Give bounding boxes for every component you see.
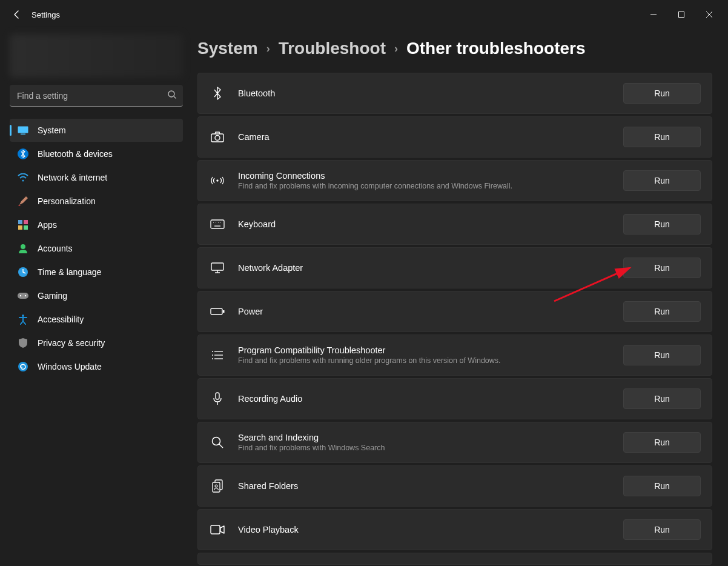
svg-rect-10 [18, 225, 22, 230]
troubleshooter-desc: Find and fix problems with incoming comp… [238, 182, 623, 190]
paintbrush-icon [17, 195, 29, 207]
troubleshooter-list: Bluetooth Run Camera Run Incoming Connec… [197, 73, 712, 565]
troubleshooter-title: Network Adapter [238, 263, 623, 273]
svg-line-42 [219, 444, 223, 448]
sidebar-item-accounts[interactable]: Accounts [10, 237, 183, 260]
sidebar-item-network[interactable]: Network & internet [10, 166, 183, 189]
troubleshooter-row-compat[interactable]: Program Compatibility Troubleshooter Fin… [197, 335, 712, 376]
svg-point-15 [20, 295, 21, 296]
troubleshooter-row-video-playback[interactable]: Video Playback Run [197, 509, 712, 550]
update-icon [17, 361, 29, 373]
run-button[interactable]: Run [623, 83, 701, 104]
sidebar-item-windows-update[interactable]: Windows Update [10, 355, 183, 378]
troubleshooter-title: Power [238, 307, 623, 316]
search-input[interactable] [10, 85, 183, 107]
search-icon [209, 434, 226, 451]
run-button[interactable]: Run [623, 214, 701, 235]
troubleshooter-row-partial[interactable] [197, 553, 712, 565]
svg-point-16 [25, 295, 26, 296]
troubleshooter-desc: Find and fix problems with running older… [238, 356, 623, 365]
sidebar-item-label: Accounts [38, 244, 73, 253]
sidebar-item-label: Apps [38, 220, 57, 230]
sidebar-item-apps[interactable]: Apps [10, 213, 183, 236]
run-button[interactable]: Run [623, 345, 701, 365]
svg-point-7 [22, 180, 24, 182]
sidebar-item-time-language[interactable]: Time & language [10, 261, 183, 284]
run-button[interactable]: Run [623, 170, 701, 191]
back-button[interactable] [5, 2, 29, 27]
sidebar-item-gaming[interactable]: Gaming [10, 284, 183, 307]
search-icon [167, 90, 177, 102]
troubleshooter-row-bluetooth[interactable]: Bluetooth Run [197, 73, 712, 114]
run-button[interactable]: Run [623, 388, 701, 409]
sidebar-item-label: Bluetooth & devices [38, 149, 113, 159]
run-button[interactable]: Run [623, 258, 701, 278]
shield-icon [17, 337, 29, 349]
wifi-icon [17, 171, 29, 184]
video-icon [209, 521, 226, 538]
troubleshooter-title: Keyboard [238, 219, 623, 229]
svg-point-18 [18, 362, 28, 371]
svg-point-38 [212, 358, 213, 359]
sidebar: System Bluetooth & devices Network & int… [0, 29, 188, 566]
signal-icon [209, 172, 226, 189]
sidebar-item-accessibility[interactable]: Accessibility [10, 308, 183, 331]
bluetooth-icon [17, 148, 29, 160]
svg-point-21 [216, 179, 218, 181]
troubleshooter-row-camera[interactable]: Camera Run [197, 116, 712, 158]
profile-block[interactable] [10, 34, 183, 78]
accessibility-icon [17, 313, 29, 325]
sidebar-item-system[interactable]: System [10, 119, 183, 142]
run-button[interactable]: Run [623, 519, 701, 540]
monitor-icon [209, 259, 226, 276]
window-controls [640, 5, 723, 24]
troubleshooter-row-shared-folders[interactable]: Shared Folders Run [197, 465, 712, 507]
sidebar-item-bluetooth[interactable]: Bluetooth & devices [10, 142, 183, 165]
svg-rect-9 [24, 220, 28, 224]
svg-point-36 [212, 351, 213, 352]
person-icon [17, 242, 29, 255]
clock-icon [17, 266, 29, 278]
svg-point-2 [168, 91, 174, 97]
window-title: Settings [31, 10, 60, 19]
run-button[interactable]: Run [623, 476, 701, 496]
svg-point-12 [21, 244, 25, 249]
gamepad-icon [17, 290, 29, 302]
sidebar-item-personalization[interactable]: Personalization [10, 190, 183, 213]
sidebar-item-label: Gaming [38, 291, 67, 301]
breadcrumb-system[interactable]: System [197, 39, 258, 58]
sidebar-item-label: Accessibility [38, 315, 84, 324]
sidebar-item-privacy[interactable]: Privacy & security [10, 331, 183, 355]
troubleshooter-row-network-adapter[interactable]: Network Adapter Run [197, 247, 712, 288]
minimize-button[interactable] [640, 5, 667, 24]
sidebar-item-label: Time & language [38, 267, 101, 277]
list-icon [209, 347, 226, 364]
svg-rect-4 [18, 127, 28, 133]
chevron-right-icon: › [394, 42, 398, 55]
search-box[interactable] [10, 85, 183, 107]
title-bar: Settings [0, 0, 728, 29]
main-content: System › Troubleshoot › Other troublesho… [188, 29, 728, 566]
maximize-button[interactable] [667, 5, 695, 24]
troubleshooter-row-search[interactable]: Search and Indexing Find and fix problem… [197, 422, 712, 463]
troubleshooter-row-keyboard[interactable]: Keyboard Run [197, 204, 712, 245]
svg-rect-22 [211, 220, 224, 228]
troubleshooter-title: Camera [238, 132, 623, 142]
svg-rect-39 [216, 393, 219, 399]
troubleshooter-row-power[interactable]: Power Run [197, 291, 712, 332]
troubleshooter-row-recording-audio[interactable]: Recording Audio Run [197, 378, 712, 419]
run-button[interactable]: Run [623, 127, 701, 147]
svg-rect-11 [24, 225, 28, 230]
svg-point-17 [22, 315, 24, 317]
breadcrumb: System › Troubleshoot › Other troublesho… [197, 39, 712, 58]
troubleshooter-row-incoming[interactable]: Incoming Connections Find and fix proble… [197, 160, 712, 201]
svg-point-37 [212, 355, 213, 356]
close-button[interactable] [695, 5, 723, 24]
camera-icon [209, 128, 226, 145]
run-button[interactable]: Run [623, 432, 701, 453]
apps-icon [17, 219, 29, 231]
breadcrumb-troubleshoot[interactable]: Troubleshoot [279, 39, 386, 58]
sidebar-item-label: Network & internet [38, 173, 107, 182]
run-button[interactable]: Run [623, 301, 701, 322]
svg-point-20 [215, 136, 220, 141]
